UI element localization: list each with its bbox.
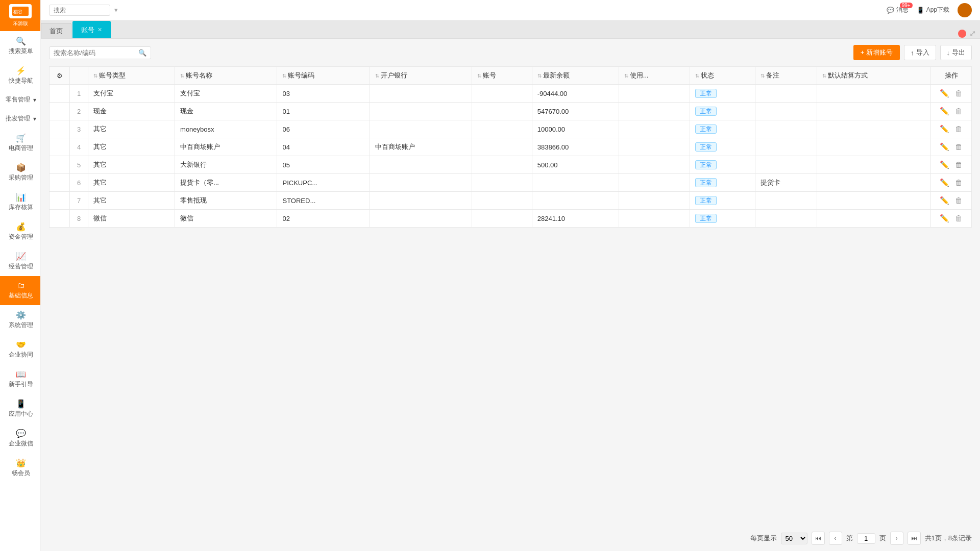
last-page-button[interactable]: ⏭ bbox=[908, 532, 921, 545]
accounts-table: ⚙ ⇅账号类型 ⇅账号名称 ⇅账号编码 ⇅开户银行 bbox=[49, 66, 972, 228]
row-settings-cell bbox=[50, 210, 70, 228]
sidebar-item-finance[interactable]: 💰 资金管理 bbox=[0, 217, 40, 246]
col-open-bank[interactable]: ⇅开户银行 bbox=[370, 67, 472, 85]
sidebar-item-quick-nav[interactable]: ⚡ 快捷导航 bbox=[0, 61, 40, 90]
row-latest-balance: 500.00 bbox=[532, 156, 619, 174]
delete-button[interactable]: 🗑 bbox=[953, 107, 965, 115]
window-expand-button[interactable]: ⤢ bbox=[969, 29, 976, 38]
sidebar-item-members[interactable]: 👑 畅会员 bbox=[0, 453, 40, 483]
sidebar-item-corp-agreement[interactable]: 🤝 企业协同 bbox=[0, 335, 40, 364]
row-note: 提货卡 bbox=[755, 174, 817, 192]
quick-nav-icon: ⚡ bbox=[4, 66, 38, 76]
delete-button[interactable]: 🗑 bbox=[953, 196, 965, 205]
page-input[interactable] bbox=[857, 533, 875, 544]
prev-page-button[interactable]: ‹ bbox=[829, 532, 842, 545]
edit-button[interactable]: ✏️ bbox=[938, 178, 951, 187]
table-header-row: ⚙ ⇅账号类型 ⇅账号名称 ⇅账号编码 ⇅开户银行 bbox=[50, 67, 972, 85]
sidebar-item-purchase[interactable]: 📦 采购管理 bbox=[0, 158, 40, 187]
import-button[interactable]: ↑ 导入 bbox=[904, 45, 936, 60]
tab-accounts[interactable]: 账号 ✕ bbox=[72, 21, 111, 38]
avatar[interactable] bbox=[958, 3, 972, 17]
col-latest-balance[interactable]: ⇅最新余额 bbox=[532, 67, 619, 85]
row-account-type: 其它 bbox=[88, 120, 175, 138]
add-account-button[interactable]: + 新增账号 bbox=[853, 45, 900, 60]
table-row: 7 其它 零售抵现 STORED... 正常 ✏️ 🗑 bbox=[50, 192, 972, 210]
delete-button[interactable]: 🗑 bbox=[953, 124, 965, 133]
table-row: 2 现金 现金 01 547670.00 正常 ✏️ 🗑 bbox=[50, 103, 972, 120]
edit-button[interactable]: ✏️ bbox=[938, 107, 951, 116]
topbar-left: ▾ bbox=[49, 5, 118, 16]
sidebar-item-search-menu[interactable]: 🔍 搜索菜单 bbox=[0, 31, 40, 61]
delete-button[interactable]: 🗑 bbox=[953, 142, 965, 151]
members-icon: 👑 bbox=[4, 458, 38, 468]
delete-button[interactable]: 🗑 bbox=[953, 160, 965, 169]
edit-button[interactable]: ✏️ bbox=[938, 196, 951, 205]
search-icon[interactable]: 🔍 bbox=[138, 49, 146, 57]
delete-button[interactable]: 🗑 bbox=[953, 89, 965, 97]
sidebar-item-system[interactable]: ⚙️ 系统管理 bbox=[0, 305, 40, 335]
topbar-dropdown-icon[interactable]: ▾ bbox=[114, 6, 118, 14]
row-latest-balance: 10000.00 bbox=[532, 120, 619, 138]
tab-close-icon[interactable]: ✕ bbox=[97, 27, 102, 33]
row-account bbox=[472, 85, 532, 103]
window-close-button[interactable] bbox=[958, 30, 966, 38]
edit-button[interactable]: ✏️ bbox=[938, 89, 951, 98]
row-settings-cell bbox=[50, 192, 70, 210]
sidebar-item-new-guide[interactable]: 📖 新手引导 bbox=[0, 364, 40, 394]
tab-home[interactable]: 首页 bbox=[41, 23, 71, 38]
message-badge: 99+ bbox=[900, 3, 913, 8]
page-size-label: 每页显示 bbox=[750, 534, 777, 543]
table-row: 3 其它 moneybosx 06 10000.00 正常 ✏️ 🗑 bbox=[50, 120, 972, 138]
edit-button[interactable]: ✏️ bbox=[938, 160, 951, 169]
row-usage bbox=[619, 174, 690, 192]
sidebar-item-wholesale[interactable]: 批发管理 ▾ bbox=[0, 109, 40, 128]
sidebar-item-app-center[interactable]: 📱 应用中心 bbox=[0, 394, 40, 423]
row-open-bank bbox=[370, 120, 472, 138]
delete-button[interactable]: 🗑 bbox=[953, 214, 965, 222]
app-download-button[interactable]: 📱 App下载 bbox=[917, 6, 949, 14]
edit-button[interactable]: ✏️ bbox=[938, 124, 951, 134]
row-note bbox=[755, 120, 817, 138]
delete-button[interactable]: 🗑 bbox=[953, 178, 965, 187]
col-usage[interactable]: ⇅使用... bbox=[619, 67, 690, 85]
col-note[interactable]: ⇅备注 bbox=[755, 67, 817, 85]
sidebar-item-operations[interactable]: 📈 经营管理 bbox=[0, 246, 40, 276]
sidebar-item-corp-wechat[interactable]: 💬 企业微信 bbox=[0, 423, 40, 453]
topbar-search-input[interactable] bbox=[49, 5, 110, 16]
table-row: 5 其它 大新银行 05 500.00 正常 ✏️ 🗑 bbox=[50, 156, 972, 174]
row-account-name: 提货卡（零... bbox=[175, 174, 277, 192]
row-usage bbox=[619, 210, 690, 228]
edit-button[interactable]: ✏️ bbox=[938, 214, 951, 223]
next-page-button[interactable]: › bbox=[890, 532, 903, 545]
page-word: 页 bbox=[879, 534, 886, 543]
sidebar-item-inventory[interactable]: 📊 库存核算 bbox=[0, 187, 40, 217]
edit-button[interactable]: ✏️ bbox=[938, 142, 951, 152]
row-open-bank bbox=[370, 85, 472, 103]
row-account bbox=[472, 103, 532, 120]
sidebar-item-basics[interactable]: 🗂 基础信息 bbox=[0, 276, 40, 305]
col-account-code[interactable]: ⇅账号编码 bbox=[277, 67, 370, 85]
row-open-bank bbox=[370, 174, 472, 192]
row-status: 正常 bbox=[690, 120, 755, 138]
page-size-select[interactable]: 50 100 200 bbox=[781, 533, 807, 544]
settings-icon[interactable]: ⚙ bbox=[57, 72, 63, 80]
col-default-settlement[interactable]: ⇅默认结算方式 bbox=[817, 67, 931, 85]
toolbar: 🔍 + 新增账号 ↑ 导入 ↓ 导出 bbox=[49, 45, 972, 60]
col-account-name[interactable]: ⇅账号名称 bbox=[175, 67, 277, 85]
message-button[interactable]: 💬 消息 99+ bbox=[887, 6, 909, 14]
col-status[interactable]: ⇅状态 bbox=[690, 67, 755, 85]
first-page-button[interactable]: ⏮ bbox=[812, 532, 825, 545]
col-account-type[interactable]: ⇅账号类型 bbox=[88, 67, 175, 85]
sidebar-item-retail[interactable]: 零售管理 ▾ bbox=[0, 90, 40, 109]
search-input[interactable] bbox=[54, 49, 135, 57]
finance-icon: 💰 bbox=[4, 222, 38, 232]
search-box: 🔍 bbox=[49, 46, 151, 59]
col-account[interactable]: ⇅账号 bbox=[472, 67, 532, 85]
row-note bbox=[755, 103, 817, 120]
ecommerce-icon: 🛒 bbox=[4, 133, 38, 143]
row-status: 正常 bbox=[690, 192, 755, 210]
row-default-settlement bbox=[817, 156, 931, 174]
export-button[interactable]: ↓ 导出 bbox=[940, 45, 972, 60]
export-icon: ↓ bbox=[947, 49, 950, 57]
sidebar-item-ecommerce[interactable]: 🛒 电商管理 bbox=[0, 128, 40, 158]
